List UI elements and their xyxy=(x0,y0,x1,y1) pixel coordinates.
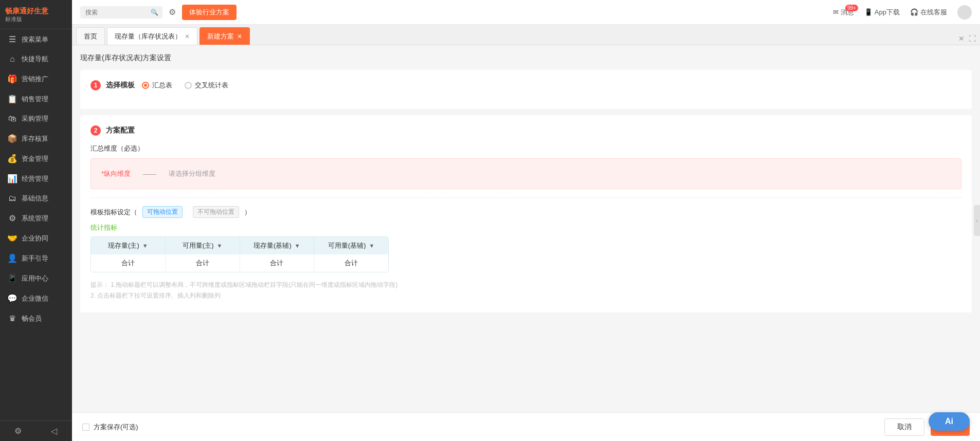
sidebar-item-label: 营销推广 xyxy=(22,75,48,84)
app-download-btn[interactable]: 📱 App下载 xyxy=(864,8,900,17)
sidebar-item-enterprise[interactable]: 🤝 企业协同 xyxy=(0,228,72,248)
customer-service-label: 在线客服 xyxy=(920,8,947,17)
step1-badge: 1 xyxy=(90,80,101,90)
gift-icon: 🎁 xyxy=(7,74,17,84)
sidebar-item-search-menu[interactable]: ☰ 搜索菜单 xyxy=(0,29,72,49)
sales-icon: 📋 xyxy=(7,94,17,104)
radio-cross[interactable]: 交叉统计表 xyxy=(185,81,228,90)
sidebar-bottom: ⚙ ◁ xyxy=(0,420,72,441)
table-row: 合计 合计 合计 合计 xyxy=(91,254,388,272)
tab-inventory-status-label: 现存量（库存状况表） xyxy=(115,32,182,41)
sidebar-item-app-center[interactable]: 📱 应用中心 xyxy=(0,268,72,288)
sidebar-item-new-guide[interactable]: 👤 新手引导 xyxy=(0,248,72,268)
content-area: 现存量(库存状况表)方案设置 1 选择模板 汇总表 交叉统计表 xyxy=(72,45,980,412)
th-available-aux-label: 可用量(基辅) xyxy=(328,241,366,250)
sidebar-item-basic-info[interactable]: 🗂 基础信息 xyxy=(0,189,72,208)
member-icon: ♛ xyxy=(7,314,17,323)
radio-summary[interactable]: 汇总表 xyxy=(142,81,172,90)
chevron-down-icon: ▼ xyxy=(369,243,375,249)
th-current-main-label: 现存量(主) xyxy=(108,241,139,250)
gear-icon[interactable]: ⚙ xyxy=(169,7,176,17)
message-badge: 99+ xyxy=(845,5,858,11)
ai-float-button[interactable]: Ai xyxy=(929,412,970,431)
sidebar-logo: 畅康通好生意 标准版 xyxy=(0,0,72,29)
tab-home[interactable]: 首页 xyxy=(76,27,105,45)
tab-inventory-status-close-icon[interactable]: ✕ xyxy=(185,33,190,40)
app-logo-main: 畅康通好生意 xyxy=(5,6,67,15)
sidebar-item-label: 采购管理 xyxy=(22,114,48,123)
sidebar-item-label: 应用中心 xyxy=(22,274,48,283)
message-btn[interactable]: ✉ 消息 99+ xyxy=(833,8,854,17)
inventory-icon: 📦 xyxy=(7,134,17,143)
close-icon[interactable]: ✕ xyxy=(958,34,965,43)
td-subtotal-current-aux: 合计 xyxy=(240,254,315,272)
save-option[interactable]: 方案保存(可选) xyxy=(82,422,138,432)
step2-card: 2 方案配置 汇总维度（必选） *纵向维度 —— 请选择分组维度 模板指标设定（… xyxy=(80,115,972,313)
indicator-settings-close: ） xyxy=(244,208,251,217)
right-collapse-handle[interactable]: › xyxy=(974,205,980,236)
sidebar-item-purchase[interactable]: 🛍 采购管理 xyxy=(0,109,72,128)
app-logo-sub: 标准版 xyxy=(5,15,67,23)
app-center-icon: 📱 xyxy=(7,273,17,283)
sidebar-item-marketing[interactable]: 🎁 营销推广 xyxy=(0,69,72,89)
save-option-label: 方案保存(可选) xyxy=(94,422,138,432)
sidebar-item-label: 基础信息 xyxy=(22,194,48,203)
step2-badge: 2 xyxy=(90,125,101,136)
sidebar-item-label: 企业微信 xyxy=(22,294,48,303)
indicator-settings-label: 模板指标设定（ 可拖动位置 不可拖动位置 ） xyxy=(90,206,961,218)
dimension-required-mark: *纵向维度 xyxy=(101,169,131,178)
sidebar-item-wechat[interactable]: 💬 企业微信 xyxy=(0,288,72,308)
dimension-box[interactable]: *纵向维度 —— 请选择分组维度 xyxy=(90,158,961,189)
non-draggable-badge: 不可拖动位置 xyxy=(193,206,239,218)
indicators-table: 现存量(主) ▼ 可用量(主) ▼ 现存量(基辅) ▼ 可用量(基辅) ▼ xyxy=(90,236,389,272)
new-guide-icon: 👤 xyxy=(7,253,17,263)
sidebar: 畅康通好生意 标准版 ☰ 搜索菜单 ⌂ 快捷导航 🎁 营销推广 📋 销售管理 🛍… xyxy=(0,0,72,441)
th-current-aux-label: 现存量(基辅) xyxy=(253,241,292,250)
sidebar-settings-btn[interactable]: ⚙ xyxy=(0,421,36,441)
system-icon: ⚙ xyxy=(7,213,17,223)
purchase-icon: 🛍 xyxy=(7,114,17,123)
summary-dimension-label: 汇总维度（必选） xyxy=(90,144,961,153)
search-input[interactable] xyxy=(80,6,162,19)
th-current-main[interactable]: 现存量(主) ▼ xyxy=(91,237,166,254)
th-available-aux[interactable]: 可用量(基辅) ▼ xyxy=(314,237,388,254)
cancel-button[interactable]: 取消 xyxy=(884,418,924,436)
tip-2: 2. 点击标题栏下拉可设置排序、插入列和删除列 xyxy=(90,291,961,300)
tab-inventory-status[interactable]: 现存量（库存状况表） ✕ xyxy=(107,27,197,45)
tabs-bar: 首页 现存量（库存状况表） ✕ 新建方案 ✕ ✕ ⛶ xyxy=(72,25,980,45)
step1-header: 1 选择模板 汇总表 交叉统计表 xyxy=(90,80,961,90)
sidebar-audio-btn[interactable]: ◁ xyxy=(36,421,72,441)
tips-box: 提示： 1.拖动标题栏可以调整布局，不可跨维度或指标区域拖动栏目字段(只能在同一… xyxy=(90,281,961,300)
th-available-main[interactable]: 可用量(主) ▼ xyxy=(166,237,240,254)
th-available-main-label: 可用量(主) xyxy=(183,241,214,250)
sidebar-item-label: 经营管理 xyxy=(22,174,48,183)
sidebar-item-sales[interactable]: 📋 销售管理 xyxy=(0,89,72,109)
radio-summary-label: 汇总表 xyxy=(152,81,172,90)
td-subtotal-available-aux: 合计 xyxy=(314,254,388,272)
expand-icon[interactable]: ⛶ xyxy=(969,34,976,43)
sidebar-item-system[interactable]: ⚙ 系统管理 xyxy=(0,208,72,228)
step1-card: 1 选择模板 汇总表 交叉统计表 xyxy=(80,70,972,109)
th-current-aux[interactable]: 现存量(基辅) ▼ xyxy=(240,237,315,254)
finance-icon: 💰 xyxy=(7,154,17,163)
sidebar-scroll: ☰ 搜索菜单 ⌂ 快捷导航 🎁 营销推广 📋 销售管理 🛍 采购管理 📦 库存核… xyxy=(0,29,72,420)
page-title: 现存量(库存状况表)方案设置 xyxy=(80,53,972,63)
sidebar-item-member[interactable]: ♛ 畅会员 xyxy=(0,308,72,328)
tab-home-label: 首页 xyxy=(84,32,97,41)
save-checkbox[interactable] xyxy=(82,424,89,431)
radio-cross-circle xyxy=(185,82,192,89)
sidebar-item-quick-nav[interactable]: ⌂ 快捷导航 xyxy=(0,49,72,69)
tab-new-plan[interactable]: 新建方案 ✕ xyxy=(199,27,250,45)
chevron-down-icon: ▼ xyxy=(217,243,223,249)
customer-service-btn[interactable]: 🎧 在线客服 xyxy=(910,8,947,17)
trial-button[interactable]: 体验行业方案 xyxy=(182,5,237,20)
avatar[interactable] xyxy=(957,5,972,20)
sidebar-item-operations[interactable]: 📊 经营管理 xyxy=(0,169,72,189)
sidebar-item-inventory[interactable]: 📦 库存核算 xyxy=(0,128,72,149)
step2-header: 2 方案配置 xyxy=(90,125,961,136)
app-download-icon: 📱 xyxy=(864,8,873,16)
sidebar-item-finance[interactable]: 💰 资金管理 xyxy=(0,149,72,169)
tip-1: 提示： 1.拖动标题栏可以调整布局，不可跨维度或指标区域拖动栏目字段(只能在同一… xyxy=(90,281,961,289)
tab-new-plan-close-icon[interactable]: ✕ xyxy=(237,33,242,40)
dimension-placeholder: 请选择分组维度 xyxy=(169,169,215,178)
